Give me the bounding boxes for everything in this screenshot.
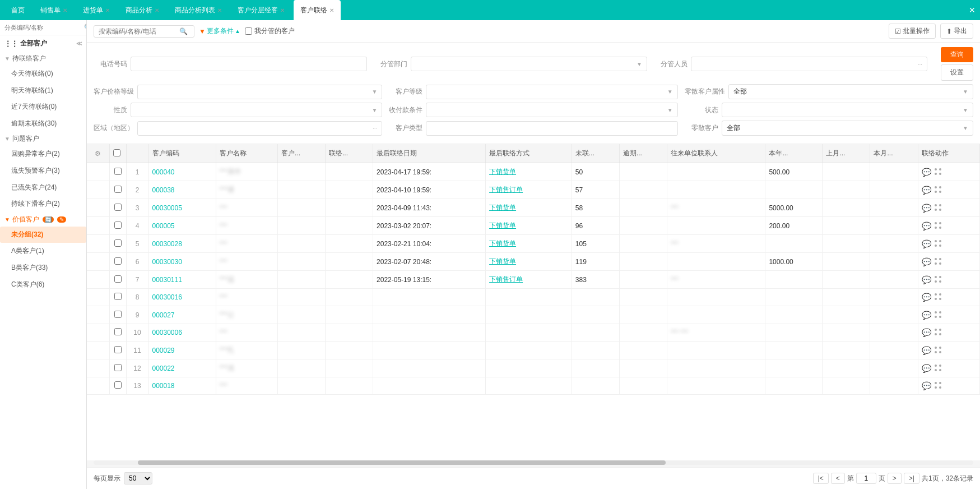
last-method-link[interactable]: 下销货单 [489, 257, 516, 265]
sidebar-item-class-c[interactable]: C类客户(6) [0, 276, 86, 293]
last-method-link[interactable]: 下销货单 [489, 239, 516, 247]
search-input[interactable] [99, 27, 177, 35]
sidebar-item-overdue[interactable]: 逾期未联络(30) [0, 116, 86, 132]
chat-icon[interactable]: 💬 [922, 346, 931, 355]
sidebar-item-tomorrow[interactable]: 明天待联络(1) [0, 82, 86, 99]
row-checkbox[interactable] [114, 381, 122, 389]
batch-ops-button[interactable]: ☑ 批量操作 [889, 24, 936, 39]
first-page-btn[interactable]: |< [813, 473, 829, 484]
chat-icon[interactable]: 💬 [922, 328, 931, 337]
chat-icon[interactable]: 💬 [922, 311, 931, 320]
sidebar-item-lost[interactable]: 已流失客户(24) [0, 179, 86, 196]
row-code[interactable]: 00030028 [148, 235, 216, 253]
chat-icon[interactable]: 💬 [922, 168, 931, 177]
grid-action-icon[interactable] [935, 186, 942, 194]
sidebar-item-week[interactable]: 近7天待联络(0) [0, 99, 86, 116]
col-gear[interactable]: ⚙ [87, 144, 109, 163]
row-code[interactable]: 00030030 [148, 253, 216, 271]
row-checkbox[interactable] [114, 364, 122, 371]
retail-customer-select[interactable]: 全部 ▼ [722, 121, 973, 136]
row-code[interactable]: 000038 [148, 181, 216, 199]
grid-action-icon[interactable] [935, 204, 942, 212]
last-method-link[interactable]: 下销货单 [489, 204, 516, 211]
row-code[interactable]: 00030111 [148, 271, 216, 289]
scrollbar-thumb[interactable] [138, 460, 666, 465]
chat-icon[interactable]: 💬 [922, 186, 931, 195]
my-customers-checkbox-label[interactable]: 我分管的客户 [245, 26, 295, 36]
grid-action-icon[interactable] [935, 311, 942, 319]
row-code[interactable]: 000022 [148, 359, 216, 377]
grid-action-icon[interactable] [935, 168, 942, 176]
sidebar-search-input[interactable] [4, 24, 82, 31]
page-input[interactable] [856, 473, 876, 484]
sidebar-item-class-a[interactable]: A类客户(1) [0, 243, 86, 260]
nav-tab-product-analysis-close[interactable]: ✕ [155, 7, 159, 13]
gear-icon[interactable]: ⚙ [95, 150, 101, 158]
select-all-checkbox[interactable] [113, 149, 120, 156]
sidebar-collapse-btn[interactable]: ≪ [76, 40, 82, 47]
sidebar-item-class-b[interactable]: B类客户(33) [0, 260, 86, 276]
row-checkbox[interactable] [114, 293, 122, 300]
row-checkbox[interactable] [114, 275, 122, 283]
row-checkbox[interactable] [114, 328, 122, 335]
last-method-link[interactable]: 下销售订单 [489, 275, 523, 283]
nav-tab-home[interactable]: 首页 [4, 0, 31, 20]
prev-page-btn[interactable]: < [831, 473, 845, 484]
row-code[interactable]: 000029 [148, 342, 216, 359]
last-page-btn[interactable]: >| [904, 473, 919, 484]
row-checkbox[interactable] [114, 346, 122, 353]
nature-select[interactable]: ▼ [131, 103, 382, 117]
search-box[interactable]: 🔍 [94, 25, 194, 38]
row-code[interactable]: 00030005 [148, 199, 216, 217]
row-checkbox[interactable] [114, 239, 122, 247]
retail-attr-select[interactable]: 全部 ▼ [728, 84, 973, 99]
sidebar-item-unclassified[interactable]: 未分组(32) [0, 227, 86, 243]
row-code[interactable]: 000027 [148, 306, 216, 324]
search-box-icon[interactable]: 🔍 [179, 27, 188, 35]
row-code[interactable]: 00030006 [148, 324, 216, 342]
row-checkbox[interactable] [114, 257, 122, 265]
sidebar-pending-contact-group[interactable]: ▼ 待联络客户 [0, 52, 86, 66]
nav-close-all-button[interactable]: ✕ [969, 6, 976, 15]
chat-icon[interactable]: 💬 [922, 204, 931, 213]
sidebar-item-persistent-silent[interactable]: 持续下滑客户(2) [0, 196, 86, 213]
row-checkbox[interactable] [114, 168, 122, 175]
chat-icon[interactable]: 💬 [922, 364, 931, 373]
chat-icon[interactable]: 💬 [922, 381, 931, 390]
nav-tab-customer-contact[interactable]: 客户联络 ✕ [294, 0, 341, 20]
chat-icon[interactable]: 💬 [922, 293, 931, 302]
more-conditions-btn[interactable]: ▼ 更多条件 ▲ [199, 26, 240, 36]
phone-input[interactable] [131, 57, 367, 71]
nav-tab-customer-contact-close[interactable]: ✕ [329, 7, 334, 13]
grid-action-icon[interactable] [935, 329, 942, 336]
nav-tab-purchase[interactable]: 进货单 ✕ [76, 0, 117, 20]
nav-tab-customer-segment[interactable]: 客户分层经客 ✕ [231, 0, 291, 20]
last-method-link[interactable]: 下销货单 [489, 222, 516, 229]
reset-button[interactable]: 设置 [941, 64, 973, 81]
sidebar-item-today[interactable]: 今天待联络(0) [0, 66, 86, 82]
my-customers-checkbox[interactable] [245, 27, 252, 35]
last-method-link[interactable]: 下销售订单 [489, 186, 523, 193]
row-checkbox[interactable] [114, 204, 122, 211]
nav-tab-customer-segment-close[interactable]: ✕ [280, 7, 285, 13]
chat-icon[interactable]: 💬 [922, 239, 931, 248]
sidebar-item-churn-predicted[interactable]: 流失预警客户(3) [0, 163, 86, 179]
sidebar-value-customers-group[interactable]: ▼ 价值客户 🔄 ✎ [0, 213, 86, 227]
chat-icon[interactable]: 💬 [922, 275, 931, 284]
status-select[interactable]: ▼ [722, 103, 973, 117]
row-code[interactable]: 000040 [148, 163, 216, 181]
grid-action-icon[interactable] [935, 293, 942, 301]
last-method-link[interactable]: 下销货单 [489, 168, 516, 176]
nav-tab-product-analysis[interactable]: 商品分析 ✕ [119, 0, 166, 20]
nav-tab-product-analysis-list[interactable]: 商品分析列表 ✕ [168, 0, 229, 20]
manager-select[interactable]: ··· [691, 57, 927, 71]
row-checkbox[interactable] [114, 311, 122, 318]
export-button[interactable]: ⬆ 导出 [940, 24, 973, 39]
query-button[interactable]: 查询 [941, 47, 973, 62]
row-code[interactable]: 000018 [148, 377, 216, 395]
payment-select[interactable]: ▼ [426, 103, 677, 117]
chat-icon[interactable]: 💬 [922, 257, 931, 266]
row-code[interactable]: 000005 [148, 217, 216, 235]
grid-action-icon[interactable] [935, 365, 942, 372]
nav-tab-product-analysis-list-close[interactable]: ✕ [217, 7, 222, 13]
